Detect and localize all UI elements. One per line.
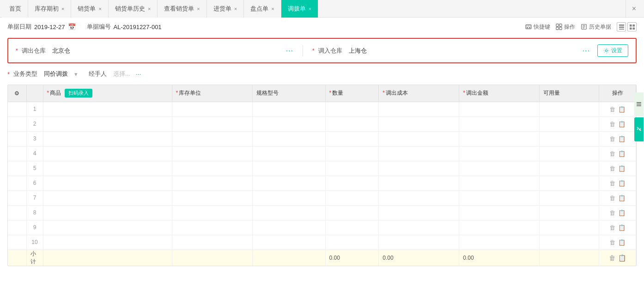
handler-more[interactable]: ··· bbox=[136, 70, 141, 78]
row-unit[interactable] bbox=[172, 161, 252, 176]
row-delete-icon[interactable]: 🗑 bbox=[609, 135, 615, 142]
row-qty[interactable] bbox=[325, 131, 379, 146]
row-spec[interactable] bbox=[252, 176, 325, 190]
row-amount[interactable] bbox=[459, 190, 540, 205]
row-qty[interactable] bbox=[325, 235, 379, 250]
table-gear-icon[interactable]: ⚙ bbox=[14, 90, 19, 97]
row-cost[interactable] bbox=[379, 220, 459, 235]
row-amount[interactable] bbox=[459, 146, 540, 161]
row-product[interactable] bbox=[43, 176, 172, 190]
row-amount[interactable] bbox=[459, 131, 540, 146]
row-delete-icon[interactable]: 🗑 bbox=[609, 150, 615, 157]
row-product[interactable] bbox=[43, 161, 172, 176]
row-spec[interactable] bbox=[252, 161, 325, 176]
row-cost[interactable] bbox=[379, 161, 459, 176]
row-product[interactable] bbox=[43, 220, 172, 235]
tab-view-sales[interactable]: 查看销货单 × bbox=[158, 0, 207, 18]
row-copy-icon[interactable]: 📋 bbox=[618, 239, 626, 246]
tab-purchase-order[interactable]: 进货单 × bbox=[207, 0, 244, 18]
row-product[interactable] bbox=[43, 131, 172, 146]
row-unit[interactable] bbox=[172, 190, 252, 205]
row-unit[interactable] bbox=[172, 205, 252, 220]
row-copy-icon[interactable]: 📋 bbox=[618, 121, 626, 128]
row-copy-icon[interactable]: 📋 bbox=[618, 135, 626, 142]
row-spec[interactable] bbox=[252, 190, 325, 205]
row-cost[interactable] bbox=[379, 116, 459, 131]
row-spec[interactable] bbox=[252, 116, 325, 131]
row-amount[interactable] bbox=[459, 116, 540, 131]
shortcut-action[interactable]: 快捷键 bbox=[525, 23, 550, 31]
row-product[interactable] bbox=[43, 235, 172, 250]
tab-close-transfer[interactable]: × bbox=[309, 6, 311, 12]
row-amount[interactable] bbox=[459, 161, 540, 176]
row-cost[interactable] bbox=[379, 102, 459, 116]
row-delete-icon[interactable]: 🗑 bbox=[609, 254, 615, 262]
sidebar-expand-btn[interactable] bbox=[634, 117, 644, 141]
row-delete-icon[interactable]: 🗑 bbox=[609, 224, 615, 231]
row-copy-icon[interactable]: 📋 bbox=[618, 106, 626, 113]
row-amount[interactable] bbox=[459, 176, 540, 190]
scan-button[interactable]: 扫码录入 bbox=[65, 89, 92, 98]
row-unit[interactable] bbox=[172, 235, 252, 250]
ops-action[interactable]: 操作 bbox=[556, 23, 575, 31]
row-unit[interactable] bbox=[172, 102, 252, 116]
row-delete-icon[interactable]: 🗑 bbox=[609, 239, 615, 246]
row-product[interactable] bbox=[43, 116, 172, 131]
row-spec[interactable] bbox=[252, 146, 325, 161]
history-action[interactable]: 历史单据 bbox=[581, 23, 611, 31]
row-spec[interactable] bbox=[252, 205, 325, 220]
layout-btn-1[interactable] bbox=[617, 22, 626, 31]
row-copy-icon[interactable]: 📋 bbox=[618, 224, 626, 231]
row-delete-icon[interactable]: 🗑 bbox=[609, 165, 615, 172]
tab-initial-stock[interactable]: 库存期初 × bbox=[28, 0, 71, 18]
row-copy-icon[interactable]: 📋 bbox=[618, 254, 626, 262]
row-cost[interactable] bbox=[379, 190, 459, 205]
sidebar-list-btn[interactable] bbox=[634, 92, 644, 116]
row-unit[interactable] bbox=[172, 176, 252, 190]
row-cost[interactable] bbox=[379, 146, 459, 161]
row-spec[interactable] bbox=[252, 102, 325, 116]
tab-sales-order[interactable]: 销货单 × bbox=[71, 0, 108, 18]
row-qty[interactable] bbox=[325, 116, 379, 131]
row-amount[interactable] bbox=[459, 235, 540, 250]
row-qty[interactable] bbox=[325, 146, 379, 161]
tab-inventory[interactable]: 盘点单 × bbox=[244, 0, 281, 18]
row-delete-icon[interactable]: 🗑 bbox=[609, 121, 615, 128]
settings-button[interactable]: 设置 bbox=[597, 44, 628, 57]
row-unit[interactable] bbox=[172, 116, 252, 131]
tab-home[interactable]: 首页 bbox=[2, 0, 28, 18]
row-copy-icon[interactable]: 📋 bbox=[618, 180, 626, 187]
row-unit[interactable] bbox=[172, 220, 252, 235]
row-qty[interactable] bbox=[325, 205, 379, 220]
row-spec[interactable] bbox=[252, 220, 325, 235]
row-product[interactable] bbox=[43, 146, 172, 161]
row-cost[interactable] bbox=[379, 235, 459, 250]
row-spec[interactable] bbox=[252, 131, 325, 146]
row-qty[interactable] bbox=[325, 176, 379, 190]
row-copy-icon[interactable]: 📋 bbox=[618, 209, 626, 216]
row-unit[interactable] bbox=[172, 131, 252, 146]
row-product[interactable] bbox=[43, 102, 172, 116]
tab-close-purchase-order[interactable]: × bbox=[234, 6, 237, 12]
dest-warehouse-more[interactable]: ··· bbox=[583, 47, 590, 55]
row-delete-icon[interactable]: 🗑 bbox=[609, 106, 615, 113]
row-cost[interactable] bbox=[379, 205, 459, 220]
tab-sales-history[interactable]: 销货单历史 × bbox=[109, 0, 158, 18]
row-copy-icon[interactable]: 📋 bbox=[618, 150, 626, 157]
tab-close-initial-stock[interactable]: × bbox=[61, 6, 64, 12]
tab-close-sales-order[interactable]: × bbox=[98, 6, 101, 12]
row-cost[interactable] bbox=[379, 131, 459, 146]
business-type-dropdown[interactable]: ▾ bbox=[74, 71, 78, 78]
row-delete-icon[interactable]: 🗑 bbox=[609, 195, 615, 201]
row-qty[interactable] bbox=[325, 161, 379, 176]
calendar-icon[interactable]: 📅 bbox=[68, 23, 76, 31]
row-amount[interactable] bbox=[459, 220, 540, 235]
row-product[interactable] bbox=[43, 190, 172, 205]
row-copy-icon[interactable]: 📋 bbox=[618, 195, 626, 201]
tab-transfer[interactable]: 调拨单 × bbox=[281, 0, 318, 18]
row-qty[interactable] bbox=[325, 190, 379, 205]
row-unit[interactable] bbox=[172, 146, 252, 161]
row-copy-icon[interactable]: 📋 bbox=[618, 165, 626, 172]
tab-close-inventory[interactable]: × bbox=[271, 6, 274, 12]
row-delete-icon[interactable]: 🗑 bbox=[609, 180, 615, 187]
